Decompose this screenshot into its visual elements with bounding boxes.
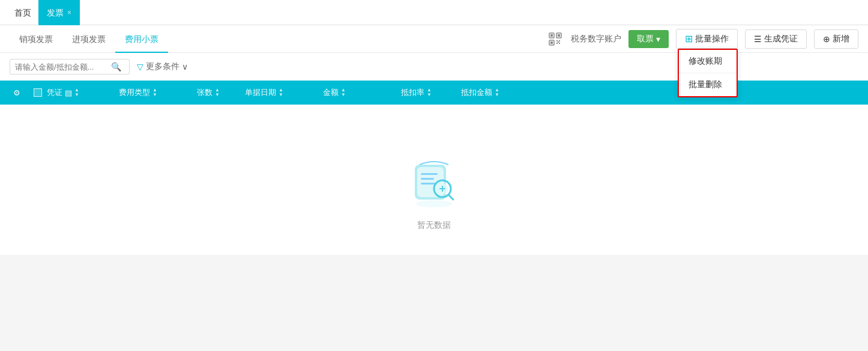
batch-icon: ⊞ <box>685 33 693 44</box>
search-icon[interactable]: 🔍 <box>111 62 121 72</box>
amount-label: 金额 <box>323 87 339 98</box>
deduct-sort-icon[interactable]: ▲▼ <box>495 88 499 97</box>
batch-dropdown-menu: 修改账期 批量删除 <box>678 49 738 97</box>
th-date[interactable]: 单据日期 ▲▼ <box>245 87 323 98</box>
th-count[interactable]: 张数 ▲▼ <box>197 87 245 98</box>
table-header: ⚙ 凭证 ▤ ▲▼ 费用类型 ▲▼ 张数 ▲▼ 单据日期 ▲▼ 金额 ▲▼ 抵扣… <box>0 81 868 105</box>
header-checkbox[interactable] <box>34 88 42 97</box>
svg-rect-10 <box>558 41 559 43</box>
empty-state-icon <box>404 153 464 213</box>
generate-voucher-button[interactable]: ☰ 生成凭证 <box>745 29 807 49</box>
svg-rect-7 <box>559 40 560 41</box>
more-conditions-chevron-icon: ∨ <box>182 62 188 72</box>
svg-rect-15 <box>421 178 434 180</box>
generate-icon: ☰ <box>754 34 762 44</box>
count-sort-icon[interactable]: ▲▼ <box>215 88 220 97</box>
filter-icon: ▽ <box>137 62 143 72</box>
top-nav: 首页 发票 × <box>0 0 868 25</box>
th-deduct-amount[interactable]: 抵扣金额 ▲▼ <box>461 87 539 98</box>
svg-rect-3 <box>558 34 560 37</box>
svg-rect-1 <box>550 34 553 37</box>
th-voucher[interactable]: 凭证 ▤ ▲▼ <box>47 87 119 98</box>
voucher-label: 凭证 <box>47 87 62 98</box>
expense-type-label: 费用类型 <box>119 87 150 98</box>
dropdown-item-modify-period[interactable]: 修改账期 <box>679 50 737 73</box>
more-conditions-label: 更多条件 <box>146 61 179 72</box>
voucher-filter-icon: ▤ <box>65 88 72 97</box>
sub-nav: 销项发票 进项发票 费用小票 税务数字账户 取票 ▾ <box>0 25 868 53</box>
svg-rect-5 <box>550 41 553 44</box>
tax-account-link[interactable]: 税务数字账户 <box>571 34 621 44</box>
th-checkbox[interactable] <box>29 88 47 97</box>
sub-nav-left: 销项发票 进项发票 费用小票 <box>10 25 168 53</box>
settings-icon[interactable]: ⚙ <box>13 88 20 97</box>
add-button[interactable]: ⊕ 新增 <box>814 29 858 49</box>
generate-label: 生成凭证 <box>764 34 798 44</box>
svg-line-19 <box>448 195 453 200</box>
search-input[interactable] <box>15 63 111 72</box>
nav-tab-invoice[interactable]: 发票 × <box>38 0 80 25</box>
date-label: 单据日期 <box>245 87 276 98</box>
tab-input-invoice[interactable]: 进项发票 <box>62 25 115 53</box>
th-amount[interactable]: 金额 ▲▼ <box>323 87 401 98</box>
voucher-sort-icon[interactable]: ▲▼ <box>74 88 79 97</box>
svg-rect-16 <box>421 183 436 185</box>
batch-button-wrapper: ⊞ 批量操作 修改账期 批量删除 <box>676 29 738 49</box>
svg-point-11 <box>416 200 452 207</box>
nav-tab-label: 发票 <box>47 0 64 25</box>
qr-code-icon[interactable] <box>547 31 564 47</box>
filter-bar: 🔍 ▽ 更多条件 ∨ <box>0 53 868 81</box>
date-sort-icon[interactable]: ▲▼ <box>279 88 283 97</box>
th-rate[interactable]: 抵扣率 ▲▼ <box>401 87 461 98</box>
th-expense-type[interactable]: 费用类型 ▲▼ <box>119 87 197 98</box>
svg-rect-14 <box>421 173 438 175</box>
empty-state: 暂无数据 <box>0 105 868 255</box>
th-settings[interactable]: ⚙ <box>5 88 29 97</box>
add-label: 新增 <box>833 34 849 44</box>
search-wrap: 🔍 <box>10 59 130 75</box>
rate-sort-icon[interactable]: ▲▼ <box>427 88 432 97</box>
count-label: 张数 <box>197 87 212 98</box>
svg-rect-9 <box>559 43 560 44</box>
dropdown-item-batch-delete[interactable]: 批量删除 <box>679 73 737 96</box>
take-label: 取票 <box>637 34 654 44</box>
expense-sort-icon[interactable]: ▲▼ <box>152 88 157 97</box>
batch-label: 批量操作 <box>695 34 729 44</box>
svg-rect-8 <box>556 43 558 44</box>
nav-home[interactable]: 首页 <box>7 0 38 25</box>
batch-operation-button[interactable]: ⊞ 批量操作 <box>676 29 738 49</box>
add-icon: ⊕ <box>823 34 830 44</box>
close-icon[interactable]: × <box>67 0 71 25</box>
rate-label: 抵扣率 <box>401 87 424 98</box>
tab-expense-ticket[interactable]: 费用小票 <box>115 25 168 53</box>
tab-sales-invoice[interactable]: 销项发票 <box>10 25 62 53</box>
deduct-label: 抵扣金额 <box>461 87 492 98</box>
take-arrow-icon: ▾ <box>656 34 660 44</box>
sub-nav-right: 税务数字账户 取票 ▾ ⊞ 批量操作 修改账期 批量删除 ☰ 生成凭证 ⊕ 新增 <box>547 29 858 49</box>
take-ticket-button[interactable]: 取票 ▾ <box>628 30 669 48</box>
svg-rect-6 <box>556 40 558 41</box>
more-conditions-button[interactable]: ▽ 更多条件 ∨ <box>137 61 188 72</box>
empty-state-text: 暂无数据 <box>417 220 451 231</box>
amount-sort-icon[interactable]: ▲▼ <box>341 88 346 97</box>
